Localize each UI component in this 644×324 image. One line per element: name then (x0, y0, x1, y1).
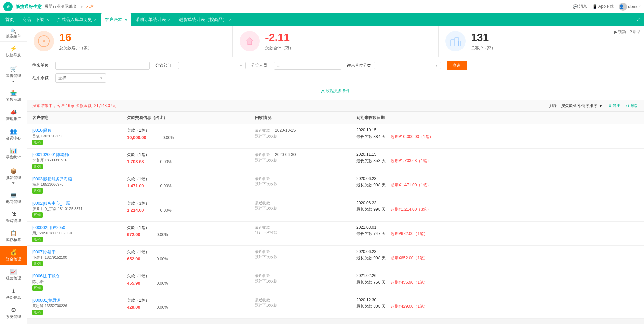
debt-amount[interactable]: 652.00 (127, 256, 140, 261)
overdue-link[interactable]: 超期¥429.00（1笔） (391, 304, 428, 309)
due-date: 2020.06.23 (356, 249, 639, 254)
customer-id[interactable]: [000001]黄思源 (32, 298, 127, 303)
recent-date: 2020-10-15 (271, 128, 296, 133)
close-tab-3[interactable]: ✕ (168, 18, 171, 22)
customer-id[interactable]: [000002]用户2050 (32, 225, 127, 231)
sidebar-item-retail-mall[interactable]: 🏪 零售商城 (0, 86, 27, 106)
stat-top-right: ▶ 视频 ? 帮助 (614, 29, 641, 35)
person-input[interactable]: ... (274, 62, 341, 70)
stat-icon-2 (240, 31, 260, 51)
overdue-link[interactable]: 超期¥455.90（1笔） (391, 280, 428, 285)
recovery-cell: 最近收款 预计下次收款 (255, 298, 356, 308)
tab-4[interactable]: 进货单统计表（按商品） ✕ (175, 13, 236, 26)
due-cell: 2020.06.23 最长欠款 998 天 超期¥1,214.00（3笔） (356, 201, 639, 212)
overdue-link[interactable]: 超期¥1,471.00（1笔） (391, 183, 431, 187)
close-tab-1[interactable]: ✕ (94, 18, 97, 22)
sidebar-item-inventory[interactable]: 📋 库存核算 (0, 227, 27, 246)
export-btn[interactable]: ⬇ 导出 (608, 103, 621, 109)
overdue-days: 最长欠款 853 天 (356, 158, 390, 163)
customer-id[interactable]: [0001020001]李老师 (32, 152, 127, 158)
tab-0[interactable]: 商品上下架 ✕ (18, 13, 53, 26)
sidebar-item-operations[interactable]: 📈 经营管理 (0, 265, 27, 284)
debt-amount[interactable]: 455.90 (127, 281, 140, 286)
customer-id[interactable]: [0016]吕俊 (32, 128, 127, 134)
tab-2[interactable]: 客户账本 ✕ (101, 13, 131, 26)
customer-id[interactable]: [0007]小进干 (32, 249, 127, 255)
sidebar-search[interactable]: 🔍 搜索菜单 (0, 26, 27, 42)
customer-phone: 李老师 18600391516 (32, 158, 127, 163)
sidebar-item-purchase[interactable]: 🛍 采购管理 (0, 208, 27, 227)
sidebar-item-marketing[interactable]: 📣 营销推广 (0, 106, 27, 125)
close-tab-2[interactable]: ✕ (124, 18, 127, 22)
recovery-cell: 最近收款 预计下次收款 (255, 201, 356, 211)
table-row: [0007]小进干 小进干 18279152100 现销 欠款（1笔） 652.… (27, 246, 644, 270)
collapse-bar[interactable]: ⋀ 收起更多条件 (32, 86, 639, 96)
from-unit-input[interactable]: ... (55, 62, 150, 70)
debt-amount[interactable]: 1,703.68 (127, 159, 144, 164)
customer-info-cell: [0001020001]李老师 李老师 18600391516 现销 (32, 152, 127, 169)
arrow-icon2: ▼ (12, 181, 15, 185)
nav-minimize[interactable]: — (625, 16, 633, 24)
app-download-btn[interactable]: 📱 App下载 (592, 4, 614, 9)
chevron-down-icon2: ▼ (435, 64, 438, 67)
refresh-icon: ↺ (626, 104, 629, 108)
debt-amount[interactable]: 1,471.00 (127, 183, 144, 188)
debt-amount[interactable]: 1,214.00 (127, 208, 144, 213)
close-tab-4[interactable]: ✕ (229, 18, 232, 22)
table-header: 客户信息 欠款交易信息（占比） 回收情况 到期未收款日期 (27, 112, 644, 124)
customer-id[interactable]: [0006]去下粮仓 (32, 273, 127, 279)
user-menu[interactable]: 👤 demo2 (619, 3, 641, 11)
sidebar-item-retail-mgmt[interactable]: 🛒 零售管理 ▲ (0, 62, 27, 86)
message-btn[interactable]: 💬 消息 (573, 4, 587, 9)
search-button[interactable]: 查询 (447, 61, 467, 70)
debt-amount[interactable]: 429.00 (127, 305, 140, 310)
sidebar-item-ecommerce[interactable]: 💻 电商管理 (0, 188, 27, 208)
sidebar-item-system[interactable]: ⚙ 系统管理 (0, 303, 27, 323)
video-btn[interactable]: ▶ 视频 (614, 29, 626, 35)
overdue-link[interactable]: 超期¥10,000.00（1笔） (391, 134, 433, 139)
overdue-link[interactable]: 超期¥652.00（1笔） (391, 256, 428, 260)
sidebar-item-basic-info[interactable]: ℹ 基础信息 (0, 284, 27, 303)
help-btn[interactable]: ? 帮助 (629, 29, 641, 35)
customer-id[interactable]: [0002]服务中心_丁磊 (32, 201, 127, 206)
filter-person: 分管人员 ... (251, 62, 341, 70)
subtitle[interactable]: 示意 (86, 4, 94, 9)
stat-label-3: 总客户（家） (471, 45, 495, 51)
refresh-btn[interactable]: ↺ 刷新 (626, 103, 639, 109)
customer-tag: 现销 (32, 285, 43, 291)
sidebar-item-enterprise[interactable]: 🏢 企业协同 (0, 323, 27, 324)
close-tab-0[interactable]: ✕ (46, 18, 49, 22)
sort-select[interactable]: 排序：按欠款金额倒序排序 ▼ (549, 103, 603, 109)
debt-pct: 0.00% (157, 257, 168, 261)
tab-1[interactable]: 产成品入库单历史 ✕ (53, 13, 101, 26)
overdue-link[interactable]: 超期¥1,214.00（3笔） (391, 207, 431, 212)
next-label: 预计下次收款 (255, 230, 356, 235)
overdue-link[interactable]: 超期¥672.00（1笔） (391, 231, 428, 236)
col-header-debt: 欠款交易信息（占比） (127, 115, 255, 121)
stats-bar: ¥ 16 总欠款客户（家） -2.11 欠款合计（万） (27, 26, 644, 57)
unit-class-select[interactable]: ▼ (374, 62, 441, 69)
debt-amount[interactable]: 10,000.00 (127, 135, 146, 140)
content-area: ¥ 16 总欠款客户（家） -2.11 欠款合计（万） (27, 26, 644, 324)
sidebar-item-quick-nav[interactable]: ⚡ 快捷导航 (0, 42, 27, 61)
debt-amount[interactable]: 672.00 (127, 232, 140, 237)
overdue-days: 最长欠款 747 天 (356, 231, 390, 236)
tab-home[interactable]: 首页 (1, 17, 18, 23)
sidebar-item-finance[interactable]: 💰 资金管理 (0, 246, 27, 265)
sidebar-item-member[interactable]: 👥 会员中心 (0, 125, 27, 144)
company-select[interactable]: 母婴行业演示账套 (45, 4, 77, 9)
overdue-link[interactable]: 超期¥1,703.68（1笔） (391, 158, 431, 163)
table-area: 客户信息 欠款交易信息（占比） 回收情况 到期未收款日期 [0016]吕俊 吕俊… (27, 112, 644, 319)
sidebar: 🔍 搜索菜单 ⚡ 快捷导航 🛒 零售管理 ▲ 🏪 零售商城 📣 营销推广 👥 会… (0, 26, 27, 324)
stat-card-3: 131 总客户（家） ▶ 视频 ? 帮助 (439, 26, 644, 57)
sidebar-item-batch-mgmt[interactable]: 📦 批发管理 ▼ (0, 165, 27, 188)
due-date: 2020.10.15 (356, 128, 639, 132)
tab-3[interactable]: 采购订单统计表 ✕ (131, 13, 175, 26)
customer-info-cell: [0007]小进干 小进干 18279152100 现销 (32, 249, 127, 266)
balance-select[interactable]: 选择... ▼ (55, 73, 106, 83)
nav-maximize[interactable]: ⤢ (635, 16, 643, 24)
customer-id[interactable]: [0003]畅捷服务尹海燕 (32, 176, 127, 182)
dept-select[interactable]: ▼ (178, 62, 246, 69)
operations-icon: 📈 (10, 268, 17, 275)
sidebar-item-retail-stats[interactable]: 📊 零售统计 (0, 144, 27, 163)
